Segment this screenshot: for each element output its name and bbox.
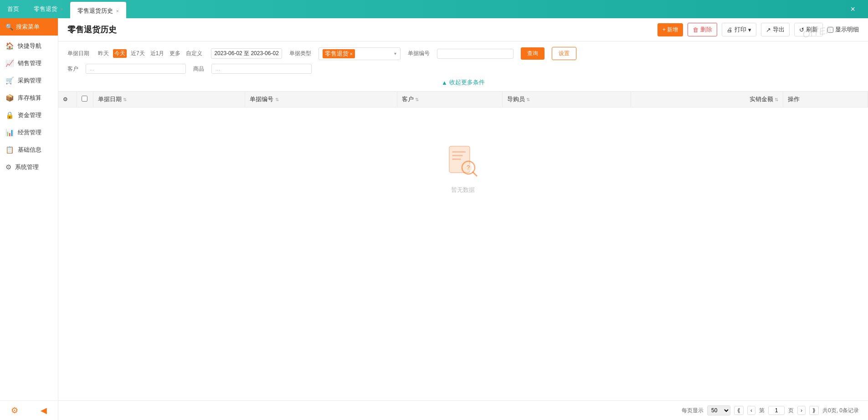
export-button[interactable]: ↗ 导出: [761, 23, 790, 36]
collapse-label: 收起更多条件: [449, 78, 485, 87]
sidebar-item-sales[interactable]: 📈 销售管理: [0, 55, 58, 72]
svg-line-5: [473, 172, 477, 176]
date-opt-today[interactable]: 今天: [113, 49, 127, 58]
th-amount[interactable]: 实销金额 ⇅: [631, 92, 783, 108]
refresh-button[interactable]: ↺ 刷新: [794, 23, 823, 36]
data-table: ⚙ 单据日期 ⇅ 单据编号 ⇅ 客户: [58, 92, 868, 230]
query-button[interactable]: 查询: [521, 47, 544, 60]
date-opt-7days[interactable]: 近7天: [129, 49, 146, 58]
per-page-select[interactable]: 50 100 200: [707, 405, 730, 415]
sales-icon: 📈: [5, 59, 14, 67]
customer-placeholder: ...: [90, 66, 94, 72]
th-amount-sort-icon: ⇅: [775, 97, 778, 102]
collapse-bar[interactable]: ▲ 收起更多条件: [67, 77, 859, 87]
search-icon: 🔍: [5, 23, 13, 31]
th-settings[interactable]: ⚙: [58, 92, 77, 108]
tab-retail-return-history[interactable]: 零售退货历史 ×: [70, 2, 126, 20]
inventory-icon: 📦: [5, 94, 14, 102]
first-page-button[interactable]: ⟪: [734, 406, 744, 415]
page-unit: 页: [788, 407, 794, 415]
th-checkbox[interactable]: [77, 92, 93, 108]
refresh-icon: ↺: [799, 26, 804, 33]
th-date-label: 单据日期: [98, 96, 122, 102]
sidebar-item-quicknav[interactable]: 🏠 快捷导航: [0, 37, 58, 55]
tab-retail-return[interactable]: 零售退货 ×: [26, 0, 70, 18]
th-customer[interactable]: 客户 ⇅: [397, 92, 503, 108]
collapse-sidebar-icon[interactable]: ◀: [41, 405, 47, 415]
table-header-row: ⚙ 单据日期 ⇅ 单据编号 ⇅ 客户: [58, 92, 868, 108]
filter-area: 单据日期 昨天 今天 近7天 近1月 更多 自定义 2023-06-02 至 2…: [58, 41, 868, 92]
empty-illustration: ?: [445, 144, 481, 180]
date-opt-1month[interactable]: 近1月: [149, 49, 166, 58]
sidebar-item-quicknav-label: 快捷导航: [18, 42, 41, 50]
sidebar-item-system[interactable]: ⚙ 系统管理: [0, 159, 58, 176]
export-icon: ↗: [766, 26, 771, 33]
sidebar-search[interactable]: 🔍 搜索菜单: [0, 18, 58, 36]
collapse-up-icon: ▲: [442, 79, 447, 86]
tab-retail-return-history-close[interactable]: ×: [116, 8, 118, 14]
sidebar-item-inventory[interactable]: 📦 库存核算: [0, 89, 58, 107]
display-detail-checkbox[interactable]: [827, 27, 833, 33]
filter-row-1: 单据日期 昨天 今天 近7天 近1月 更多 自定义 2023-06-02 至 2…: [67, 47, 859, 60]
goods-placeholder: ...: [216, 66, 220, 72]
sidebar-item-operations[interactable]: 📊 经营管理: [0, 124, 58, 141]
next-page-button[interactable]: ›: [797, 406, 806, 415]
sidebar-item-purchase-label: 采购管理: [18, 77, 41, 85]
tab-retail-return-close[interactable]: ×: [60, 6, 63, 12]
select-all-checkbox[interactable]: [82, 96, 87, 102]
type-select-chevron-icon: ▾: [394, 51, 396, 56]
svg-text:?: ?: [467, 164, 470, 171]
pagination: 每页显示 50 100 200 ⟪ ‹ 第 1 页 › ⟫ 共0页, 0条记录: [58, 400, 868, 420]
window-close-button[interactable]: ×: [845, 5, 861, 14]
filter-row-2: 客户 ... 商品 ...: [67, 64, 859, 74]
settings-button[interactable]: 设置: [552, 47, 576, 60]
new-button[interactable]: + 新增: [657, 23, 683, 36]
th-guide[interactable]: 导购员 ⇅: [502, 92, 631, 108]
th-number[interactable]: 单据编号 ⇅: [245, 92, 397, 108]
delete-button[interactable]: 🗑 删除: [688, 23, 717, 36]
sidebar-item-finance[interactable]: 🔒 资金管理: [0, 107, 58, 124]
type-tag-remove[interactable]: ×: [350, 51, 353, 56]
basicinfo-icon: 📋: [5, 146, 14, 154]
customer-filter-select[interactable]: ...: [86, 64, 186, 74]
tab-retail-return-label: 零售退货: [34, 5, 57, 13]
th-guide-label: 导购员: [507, 96, 525, 102]
sidebar-item-purchase[interactable]: 🛒 采购管理: [0, 72, 58, 89]
date-opt-yesterday[interactable]: 昨天: [97, 49, 110, 58]
th-action-label: 操作: [788, 96, 800, 102]
content-area: 零售退货历史 + 新增 🗑 删除 🖨 打印 ▾ ↗ 导出 ↺: [58, 18, 868, 420]
display-detail-toggle[interactable]: 显示明细: [827, 26, 859, 34]
th-date-sort-icon: ⇅: [123, 97, 127, 102]
sidebar-item-basicinfo[interactable]: 📋 基础信息: [0, 141, 58, 159]
home-icon: 🏠: [5, 42, 14, 50]
date-range-value[interactable]: 2023-06-02 至 2023-06-02: [211, 48, 282, 59]
th-date[interactable]: 单据日期 ⇅: [93, 92, 245, 108]
print-button[interactable]: 🖨 打印 ▾: [722, 23, 756, 36]
sidebar-item-finance-label: 资金管理: [18, 111, 41, 119]
number-filter-label: 单据编号: [408, 50, 430, 57]
prev-page-button[interactable]: ‹: [747, 406, 755, 415]
number-filter-input[interactable]: [437, 49, 514, 59]
sidebar-search-label: 搜索菜单: [16, 23, 40, 31]
empty-state-cell: ? 暂无数据: [58, 108, 868, 231]
last-page-button[interactable]: ⟫: [809, 406, 819, 415]
date-opt-more[interactable]: 更多: [168, 49, 182, 58]
total-info: 共0页, 0条记录: [822, 407, 859, 415]
goods-filter-select[interactable]: ...: [211, 64, 312, 74]
date-opt-custom[interactable]: 自定义: [185, 49, 204, 58]
tab-home[interactable]: 首页: [0, 0, 26, 18]
settings-bottom-icon[interactable]: ⚙: [11, 405, 18, 415]
delete-label: 删除: [700, 26, 712, 34]
th-number-label: 单据编号: [250, 96, 273, 102]
type-filter-select[interactable]: 零售退货 × ▾: [318, 47, 401, 60]
page-header: 零售退货历史 + 新增 🗑 删除 🖨 打印 ▾ ↗ 导出 ↺: [58, 18, 868, 41]
th-number-sort-icon: ⇅: [275, 97, 279, 102]
empty-state: ? 暂无数据: [58, 108, 868, 230]
tab-retail-return-history-label: 零售退货历史: [77, 7, 113, 15]
svg-rect-2: [452, 155, 463, 156]
page-input[interactable]: 1: [768, 406, 785, 415]
customer-filter-label: 客户: [67, 65, 78, 73]
th-customer-label: 客户: [402, 96, 414, 102]
sidebar-menu: 🏠 快捷导航 📈 销售管理 🛒 采购管理 📦 库存核算 🔒 资金管理 📊: [0, 36, 58, 400]
type-tag-label: 零售退货: [325, 50, 349, 58]
